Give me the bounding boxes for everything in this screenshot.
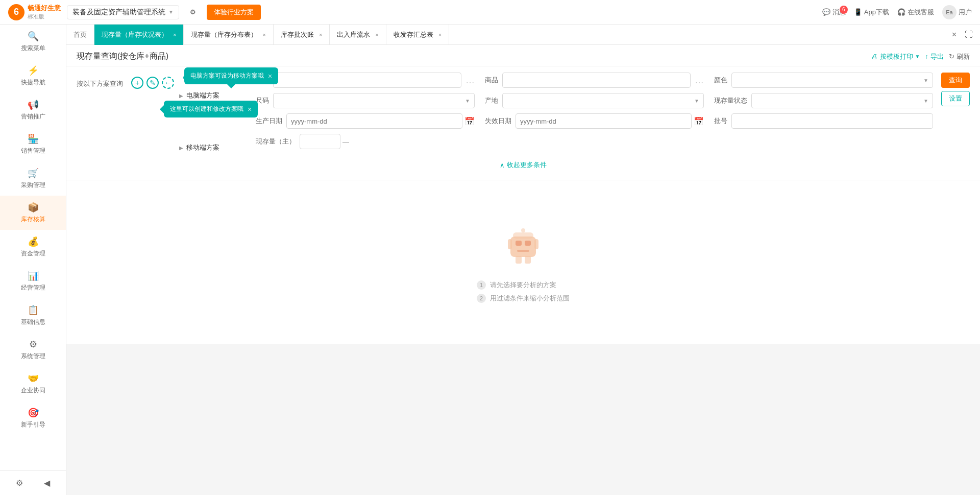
filter-row-2: 尺码 ▼ 产地 [256, 93, 933, 108]
sidebar-item-quick-nav[interactable]: ⚡ 快捷导航 [0, 59, 66, 93]
app-download-button[interactable]: 📱 App下载 [854, 8, 889, 17]
basic-info-icon: 📋 [28, 304, 39, 316]
filter-row4-col2 [485, 134, 704, 149]
warehouse-more-icon[interactable]: … [465, 75, 475, 86]
tab-collect-summary[interactable]: 收发存汇总表 × [386, 25, 449, 45]
size-select[interactable]: ▼ [273, 93, 475, 108]
content-inner: 现存量查询(按仓库+商品) 🖨 按模板打印 ▼ ↑ 导出 [66, 45, 980, 344]
warehouse-input[interactable] [273, 73, 461, 88]
app-container: 6 畅通好生意 标准版 装备及固定资产辅助管理系统 ▼ ⚙ 体验行业方案 💬 消… [0, 0, 980, 495]
sidebar-item-management[interactable]: 📊 经营管理 [0, 264, 66, 298]
sidebar-item-guide[interactable]: 🎯 新手引导 [0, 401, 66, 435]
system-name[interactable]: 装备及固定资产辅助管理系统 ▼ [67, 5, 179, 19]
svg-rect-4 [508, 239, 512, 249]
print-button[interactable]: 🖨 按模板打印 ▼ [871, 52, 920, 61]
logo-line1: 畅通好生意 [28, 4, 61, 13]
exp-date-input-area: 📅 [516, 113, 704, 129]
schema-group-mobile: ▶ 移动端方案 [179, 141, 246, 154]
tab-stock-batch[interactable]: 库存批次账 × [274, 25, 330, 45]
tab-inout-flow-close[interactable]: × [375, 32, 378, 38]
exp-date-input[interactable] [516, 113, 692, 129]
logo-area: 6 畅通好生意 标准版 [8, 4, 61, 20]
svg-rect-2 [525, 241, 531, 246]
batch-input[interactable] [731, 113, 933, 129]
search-buttons: 查询 设置 [941, 73, 970, 106]
stock-status-select[interactable]: ▼ [751, 93, 933, 108]
refresh-button[interactable]: ↻ 刷新 [949, 52, 970, 61]
sidebar-collapse-button[interactable]: ◀ [42, 476, 52, 490]
prod-date-input[interactable] [286, 113, 462, 129]
stock-qty-min-input[interactable] [300, 134, 340, 149]
filter-row-4: 现存量（主） — [256, 134, 933, 149]
schema-group-mobile-header[interactable]: ▶ 移动端方案 [179, 141, 246, 154]
marketing-icon: 📢 [28, 99, 39, 110]
sidebar-item-finance[interactable]: 💰 资金管理 [0, 230, 66, 264]
svg-rect-1 [516, 241, 522, 246]
tab-stock-status[interactable]: 现存量（库存状况表） × [94, 25, 184, 45]
tab-inout-flow-label: 出入库流水 [337, 30, 370, 39]
schema-tooltip-close[interactable]: × [268, 72, 272, 80]
reset-button[interactable]: 设置 [941, 91, 970, 106]
exp-date-label: 失效日期 [485, 116, 511, 126]
chevron-down-icon: ▼ [168, 9, 174, 15]
sidebar-item-inventory-label: 库存核算 [21, 215, 45, 224]
collapse-button[interactable]: ∧ 收起更多条件 [500, 160, 547, 170]
tab-stock-status-close[interactable]: × [173, 32, 176, 38]
tab-stock-batch-close[interactable]: × [319, 32, 322, 38]
tab-stock-dist[interactable]: 现存量（库存分布表） × [184, 25, 273, 45]
sidebar-item-enterprise-label: 企业协同 [21, 386, 45, 395]
sidebar-settings-button[interactable]: ⚙ [14, 476, 25, 490]
quick-nav-icon: ⚡ [28, 65, 39, 76]
sidebar-item-basic-info[interactable]: 📋 基础信息 [0, 298, 66, 333]
goods-input[interactable] [502, 73, 691, 88]
tab-inout-flow[interactable]: 出入库流水 × [330, 25, 386, 45]
sidebar-item-inventory[interactable]: 📦 库存核算 [0, 196, 66, 230]
sidebar-item-sales[interactable]: 🏪 销售管理 [0, 127, 66, 161]
goods-more-icon[interactable]: … [695, 75, 704, 86]
color-select[interactable]: ▼ [731, 73, 933, 88]
exp-date-calendar-icon[interactable]: 📅 [694, 116, 704, 126]
sidebar-item-search[interactable]: 🔍 搜索菜单 [0, 25, 66, 59]
close-all-tabs-button[interactable]: × [950, 28, 959, 41]
sidebar-item-system[interactable]: ⚙ 系统管理 [0, 333, 66, 367]
schema-add-button[interactable]: + [131, 77, 143, 89]
settings-button[interactable]: ⚙ [185, 5, 201, 20]
user-menu[interactable]: Ea 用户 [942, 5, 972, 19]
enterprise-icon: 🤝 [28, 373, 39, 384]
range-dash: — [342, 138, 349, 146]
notification-button[interactable]: 💬 消息 6 [822, 8, 846, 17]
search-button[interactable]: 查询 [941, 73, 970, 88]
system-icon: ⚙ [29, 339, 37, 350]
goods-label: 商品 [485, 76, 498, 85]
sidebar-item-marketing[interactable]: 📢 营销推广 [0, 93, 66, 127]
industry-button[interactable]: 体验行业方案 [207, 5, 261, 20]
schema-back-button[interactable]: ← [162, 77, 174, 89]
schema-tooltip2-text: 这里可以创建和修改方案哦 [170, 105, 243, 113]
export-button[interactable]: ↑ 导出 [925, 52, 944, 61]
origin-select[interactable]: ▼ [502, 93, 704, 108]
filter-schema-btns: + ✎ ← [131, 75, 174, 89]
tab-home[interactable]: 首页 [66, 25, 94, 45]
prod-date-calendar-icon[interactable]: 📅 [464, 116, 475, 126]
filter-field-exp-date: 失效日期 📅 [485, 113, 704, 129]
tab-collect-summary-label: 收发存汇总表 [394, 30, 433, 39]
empty-tips: 1 请先选择要分析的方案 2 用过滤条件来缩小分析范围 [477, 280, 570, 303]
export-label: 导出 [930, 52, 944, 61]
tab-stock-dist-close[interactable]: × [262, 32, 265, 38]
schema-tooltip2-close[interactable]: × [248, 105, 252, 113]
fullscreen-button[interactable]: ⛶ [963, 28, 975, 41]
tab-collect-summary-close[interactable]: × [438, 32, 442, 38]
app-download-label: App下载 [864, 8, 889, 17]
filter-field-origin: 产地 ▼ [485, 93, 704, 108]
sidebar-item-marketing-label: 营销推广 [21, 112, 45, 121]
online-service-button[interactable]: 🎧 在线客服 [897, 8, 934, 17]
sidebar-item-enterprise[interactable]: 🤝 企业协同 [0, 367, 66, 401]
sidebar-item-purchase[interactable]: 🛒 采购管理 [0, 161, 66, 196]
guide-icon: 🎯 [28, 407, 39, 418]
sidebar-item-system-label: 系统管理 [21, 352, 45, 361]
sidebar-item-quick-nav-label: 快捷导航 [21, 78, 45, 87]
schema-edit-button[interactable]: ✎ [146, 77, 159, 89]
expand-arrow-mobile-icon: ▶ [179, 145, 183, 151]
refresh-icon: ↻ [949, 53, 954, 60]
print-chevron: ▼ [915, 54, 920, 59]
